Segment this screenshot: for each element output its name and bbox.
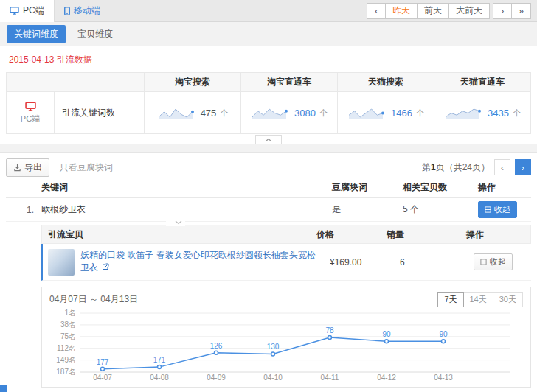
export-button[interactable]: 导出 <box>6 158 49 177</box>
monitor-icon <box>10 7 19 15</box>
svg-text:04-13: 04-13 <box>434 374 453 382</box>
tab-item-dimension[interactable]: 宝贝维度 <box>77 28 113 41</box>
sparkline <box>444 105 484 120</box>
tofu-value: 是 <box>332 203 403 216</box>
header-price: 价格 <box>311 228 381 241</box>
summary-metric-taobao-search: 475 个 <box>144 92 240 133</box>
svg-text:75名: 75名 <box>60 332 76 340</box>
svg-text:04-08: 04-08 <box>150 374 169 382</box>
metric-value: 475 <box>201 108 217 119</box>
summary-header-empty <box>7 73 144 92</box>
nav-next-day-button[interactable]: › <box>493 3 512 19</box>
keyword-row: 1. 欧根纱卫衣 是 5 个 收起 <box>6 198 531 222</box>
dimension-tab-bar: 关键词维度 宝贝维度 <box>0 22 537 46</box>
summary-panel: 2015-04-13 引流数据 淘宝搜索 淘宝直通车 天猫搜索 天猫直通车 PC… <box>0 46 537 144</box>
device-tab-bar: PC端 移动端 ‹ 昨天 前天 大前天 › » <box>0 0 537 22</box>
product-title-link[interactable]: 妖精的口袋 吹笛子 春装女爱心印花欧根纱圆领长袖套头宽松卫衣 <box>80 249 324 275</box>
filter-tofu-toggle[interactable]: 只看豆腐块词 <box>60 161 113 174</box>
detail-table-header: 引流宝贝 价格 销量 操作 <box>41 225 531 244</box>
header-keyword: 关键词 <box>41 181 332 194</box>
metric-value: 3435 <box>488 108 509 119</box>
svg-text:04-07: 04-07 <box>93 374 112 382</box>
svg-text:130: 130 <box>267 343 280 351</box>
tab-pc-label: PC端 <box>23 4 44 17</box>
metric-unit: 个 <box>319 108 328 119</box>
page-prev-button[interactable]: ‹ <box>494 159 510 175</box>
summary-col-taobao-search: 淘宝搜索 <box>144 73 240 92</box>
svg-text:04-12: 04-12 <box>377 374 396 382</box>
chevron-down-icon <box>166 220 185 226</box>
sparkline <box>251 105 291 120</box>
panel-gap <box>0 144 537 152</box>
summary-row-label: 引流关键词数 <box>54 92 144 133</box>
product-price: ¥169.00 <box>324 257 394 267</box>
external-link-icon <box>102 262 109 273</box>
svg-text:149名: 149名 <box>56 356 76 364</box>
chart-header: 04月07日 ～ 04月13日 7天 14天 30天 <box>49 292 523 307</box>
collapse-icon <box>485 206 491 213</box>
export-label: 导出 <box>24 161 42 174</box>
summary-metric-taobao-ztc: 3080 个 <box>240 92 337 133</box>
svg-text:04-10: 04-10 <box>263 374 283 382</box>
date-title: 2015-04-13 引流数据 <box>9 54 531 66</box>
corner-accent <box>0 385 7 392</box>
summary-device-cell: PC端 <box>7 92 54 133</box>
svg-text:04-11: 04-11 <box>321 374 339 382</box>
keywords-panel: 导出 只看豆腐块词 第1页（共24页） ‹ › 关键词 豆腐块词 相关宝贝数 操… <box>0 152 537 392</box>
product-sales: 6 <box>394 257 474 267</box>
rank-line-chart: 1名38名75名112名149名187名17704-0717104-081260… <box>49 309 522 382</box>
nav-yesterday-button[interactable]: 昨天 <box>385 3 418 19</box>
chevron-up-icon <box>265 138 272 142</box>
summary-col-taobao-ztc: 淘宝直通车 <box>240 73 337 92</box>
summary-metric-tmall-ztc: 3435 个 <box>434 92 530 133</box>
range-30d-button[interactable]: 30天 <box>493 292 523 307</box>
keyword-text: 欧根纱卫衣 <box>41 203 332 216</box>
page-next-button[interactable]: › <box>515 159 531 175</box>
svg-text:04-09: 04-09 <box>207 374 226 382</box>
product-thumbnail[interactable] <box>48 249 75 276</box>
tab-mobile-label: 移动端 <box>74 4 100 17</box>
metric-unit: 个 <box>220 108 228 119</box>
sparkline <box>347 105 387 120</box>
keywords-table-header: 关键词 豆腐块词 相关宝贝数 操作 <box>6 178 531 198</box>
pagination-info: 第1页（共24页） <box>422 161 490 174</box>
summary-collapse-toggle[interactable] <box>255 135 282 144</box>
svg-text:38名: 38名 <box>60 321 76 329</box>
keyword-detail-panel: 引流宝贝 价格 销量 操作 妖精的口袋 吹笛子 春装女爱心印花欧根纱圆领长袖套头… <box>41 225 531 388</box>
rank-chart-box: 04月07日 ～ 04月13日 7天 14天 30天 1名38名75名112名1… <box>41 287 531 388</box>
nav-latest-day-button[interactable]: » <box>511 3 531 19</box>
chart-date-range: 04月07日 ～ 04月13日 <box>49 293 138 306</box>
svg-text:112名: 112名 <box>57 344 76 352</box>
pagination: 第1页（共24页） ‹ › <box>422 159 531 175</box>
traffic-analytics-page: PC端 移动端 ‹ 昨天 前天 大前天 › » 关键词维度 宝贝维度 201 <box>0 0 537 392</box>
monitor-icon <box>25 102 36 111</box>
svg-text:177: 177 <box>97 358 109 366</box>
svg-text:1名: 1名 <box>64 309 76 317</box>
nav-two-days-before-button[interactable]: 大前天 <box>448 3 490 19</box>
collapse-icon <box>480 259 487 265</box>
header-action: 操作 <box>460 228 530 241</box>
row-index: 1. <box>6 205 41 215</box>
svg-text:187名: 187名 <box>56 368 76 376</box>
header-action: 操作 <box>478 181 531 194</box>
tab-pc[interactable]: PC端 <box>0 0 55 22</box>
range-14d-button[interactable]: 14天 <box>463 292 493 307</box>
summary-col-tmall-ztc: 天猫直通车 <box>434 73 530 92</box>
header-item-count: 相关宝贝数 <box>403 181 478 194</box>
export-icon <box>13 164 21 172</box>
metric-unit: 个 <box>416 108 424 119</box>
collapse-keyword-button[interactable]: 收起 <box>478 201 517 218</box>
table-toolbar: 导出 只看豆腐块词 第1页（共24页） ‹ › <box>6 157 531 178</box>
nav-prev-day-button[interactable]: ‹ <box>367 3 386 19</box>
tab-mobile[interactable]: 移动端 <box>55 0 110 22</box>
sparkline <box>157 105 197 120</box>
phone-icon <box>64 7 70 15</box>
collapse-product-button[interactable]: 收起 <box>474 253 513 270</box>
range-7d-button[interactable]: 7天 <box>437 292 463 307</box>
metric-value: 3080 <box>294 108 316 119</box>
day-navigation: ‹ 昨天 前天 大前天 › » <box>367 3 537 19</box>
nav-day-before-button[interactable]: 前天 <box>417 3 449 19</box>
header-traffic-item: 引流宝贝 <box>42 228 311 241</box>
tab-keyword-dimension[interactable]: 关键词维度 <box>7 25 66 43</box>
svg-text:90: 90 <box>439 330 448 338</box>
